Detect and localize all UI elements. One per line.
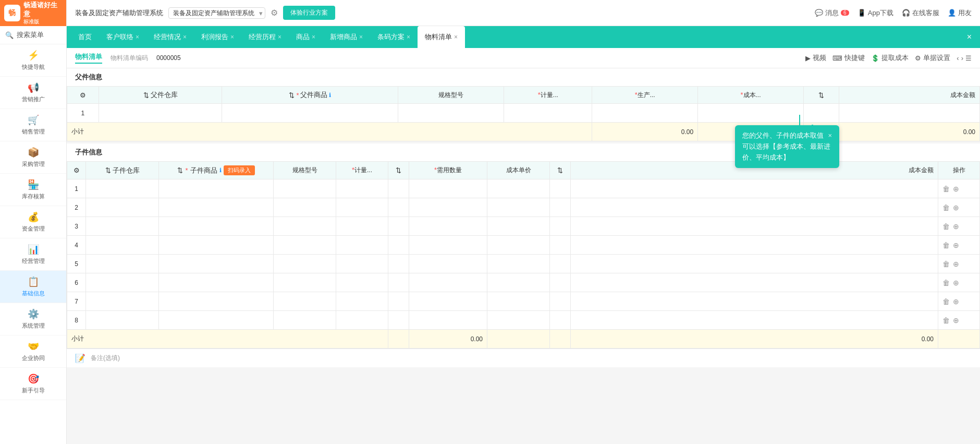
- scan-input-btn[interactable]: 扫码录入: [224, 165, 255, 175]
- view-action[interactable]: ▶ 视频: [805, 53, 826, 63]
- child-row-7-qty[interactable]: [409, 292, 487, 311]
- sidebar-item-basic-info[interactable]: 📋 基础信息: [0, 271, 66, 303]
- child-row-1-product[interactable]: [159, 179, 274, 198]
- tab-product-close[interactable]: ×: [312, 33, 315, 41]
- parent-row-1-spec[interactable]: [398, 104, 504, 123]
- child-row-5-product[interactable]: [159, 255, 274, 273]
- tab-customer-close[interactable]: ×: [136, 33, 139, 41]
- child-row-2-spec[interactable]: [274, 198, 336, 217]
- sidebar-item-sales[interactable]: 🛒 销售管理: [0, 109, 66, 141]
- sidebar-item-guide[interactable]: 🎯 新手引导: [0, 368, 66, 400]
- sidebar-item-inventory[interactable]: 🏪 库存核算: [0, 174, 66, 206]
- child-row-7-warehouse[interactable]: [86, 292, 159, 311]
- system-select[interactable]: 装备及固定资产辅助管理系统: [168, 7, 265, 19]
- copy-icon-7[interactable]: ⊕: [953, 297, 959, 306]
- child-row-4-qty[interactable]: [409, 236, 487, 255]
- sidebar-item-finance[interactable]: 💰 资金管理: [0, 206, 66, 238]
- child-row-2-qty[interactable]: [409, 198, 487, 217]
- sidebar-item-cooperation[interactable]: 🤝 企业协同: [0, 335, 66, 368]
- parent-row-1-warehouse[interactable]: [99, 104, 222, 123]
- copy-icon-8[interactable]: ⊕: [953, 316, 959, 325]
- tab-home[interactable]: 首页: [71, 26, 99, 48]
- tab-history[interactable]: 经营历程 ×: [241, 26, 289, 48]
- online-service-item[interactable]: 🎧 在线客服: [902, 8, 939, 18]
- child-row-1-warehouse[interactable]: [86, 179, 159, 198]
- child-row-6-spec[interactable]: [274, 273, 336, 292]
- copy-icon-3[interactable]: ⊕: [953, 222, 959, 231]
- tab-history-close[interactable]: ×: [278, 33, 281, 41]
- shortcut-action[interactable]: ⌨ 快捷键: [832, 53, 865, 63]
- parent-row-1-cost[interactable]: [698, 104, 804, 123]
- tab-barcode[interactable]: 条码方案 ×: [370, 26, 418, 48]
- parent-row-1-product[interactable]: [222, 104, 398, 123]
- notes-placeholder[interactable]: 备注(选填): [91, 354, 120, 363]
- list-view-icon[interactable]: ☰: [965, 54, 972, 62]
- message-item[interactable]: 💬 消息 6: [815, 8, 849, 18]
- child-row-1-unit[interactable]: [336, 179, 388, 198]
- tab-new-product[interactable]: 新增商品 ×: [323, 26, 370, 48]
- tab-new-product-close[interactable]: ×: [359, 33, 363, 41]
- child-row-6-unit-cost[interactable]: [487, 273, 550, 292]
- child-row-7-spec[interactable]: [274, 292, 336, 311]
- copy-icon-4[interactable]: ⊕: [953, 241, 959, 249]
- child-row-3-unit-cost[interactable]: [487, 217, 550, 236]
- global-close-icon[interactable]: ×: [963, 32, 976, 42]
- child-row-4-unit-cost[interactable]: [487, 236, 550, 255]
- sidebar-search[interactable]: 🔍 搜索菜单: [0, 26, 66, 44]
- delete-icon-7[interactable]: 🗑: [942, 297, 950, 306]
- tooltip-close-btn[interactable]: ×: [828, 130, 832, 141]
- delete-icon-4[interactable]: 🗑: [942, 241, 950, 249]
- copy-icon-6[interactable]: ⊕: [953, 279, 959, 287]
- parent-row-1-unit[interactable]: [504, 104, 592, 123]
- child-row-5-unit[interactable]: [336, 255, 388, 273]
- delete-icon-3[interactable]: 🗑: [942, 222, 950, 231]
- delete-icon-5[interactable]: 🗑: [942, 260, 950, 268]
- child-row-8-spec[interactable]: [274, 311, 336, 330]
- child-row-6-unit[interactable]: [336, 273, 388, 292]
- tab-bom[interactable]: 物料清单 ×: [418, 26, 465, 48]
- extract-cost-action[interactable]: 💲 提取成本: [871, 53, 909, 63]
- child-row-3-product[interactable]: [159, 217, 274, 236]
- child-row-4-spec[interactable]: [274, 236, 336, 255]
- sidebar-item-operations[interactable]: 📊 经营管理: [0, 238, 66, 271]
- child-row-1-spec[interactable]: [274, 179, 336, 198]
- child-row-3-warehouse[interactable]: [86, 217, 159, 236]
- copy-icon-1[interactable]: ⊕: [953, 185, 959, 193]
- tab-barcode-close[interactable]: ×: [407, 33, 410, 41]
- child-row-6-qty[interactable]: [409, 273, 487, 292]
- child-row-8-unit[interactable]: [336, 311, 388, 330]
- child-row-8-warehouse[interactable]: [86, 311, 159, 330]
- child-row-3-unit[interactable]: [336, 217, 388, 236]
- user-item[interactable]: 👤 用友: [948, 8, 972, 18]
- tab-profit[interactable]: 利润报告 ×: [194, 26, 241, 48]
- child-row-4-unit[interactable]: [336, 236, 388, 255]
- sidebar-item-marketing[interactable]: 📢 营销推广: [0, 77, 66, 109]
- child-row-2-warehouse[interactable]: [86, 198, 159, 217]
- child-row-1-qty[interactable]: [409, 179, 487, 198]
- child-row-3-spec[interactable]: [274, 217, 336, 236]
- child-row-6-warehouse[interactable]: [86, 273, 159, 292]
- copy-icon-5[interactable]: ⊕: [953, 260, 959, 268]
- tab-operations[interactable]: 经营情况 ×: [146, 26, 194, 48]
- child-row-5-spec[interactable]: [274, 255, 336, 273]
- delete-icon-1[interactable]: 🗑: [942, 185, 950, 193]
- child-row-2-product[interactable]: [159, 198, 274, 217]
- single-settings-action[interactable]: ⚙ 单据设置: [915, 53, 950, 63]
- prev-arrow[interactable]: ‹: [957, 54, 959, 62]
- tab-customer[interactable]: 客户联络 ×: [99, 26, 146, 48]
- tab-profit-close[interactable]: ×: [230, 33, 234, 41]
- tab-operations-close[interactable]: ×: [183, 33, 187, 41]
- child-settings-gear-icon[interactable]: ⚙: [74, 166, 80, 174]
- child-row-5-warehouse[interactable]: [86, 255, 159, 273]
- child-row-1-unit-cost[interactable]: [487, 179, 550, 198]
- delete-icon-6[interactable]: 🗑: [942, 279, 950, 287]
- child-row-4-product[interactable]: [159, 236, 274, 255]
- child-row-2-unit[interactable]: [336, 198, 388, 217]
- page-tab-bom[interactable]: 物料清单: [75, 52, 102, 64]
- child-row-7-unit-cost[interactable]: [487, 292, 550, 311]
- child-row-6-product[interactable]: [159, 273, 274, 292]
- child-row-5-unit-cost[interactable]: [487, 255, 550, 273]
- copy-icon-2[interactable]: ⊕: [953, 203, 959, 212]
- trial-btn[interactable]: 体验行业方案: [283, 6, 335, 20]
- child-row-8-qty[interactable]: [409, 311, 487, 330]
